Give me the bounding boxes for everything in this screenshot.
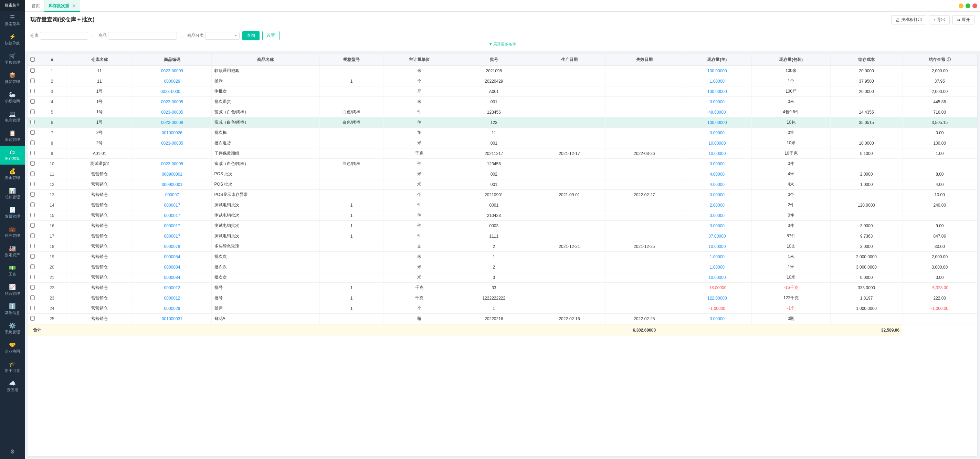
- row-checkbox[interactable]: [30, 68, 35, 73]
- row-qty-link[interactable]: 122.00000: [707, 296, 727, 301]
- maximize-button[interactable]: [966, 3, 970, 8]
- sidebar-item-finance[interactable]: 💰 资金管理: [0, 164, 25, 184]
- sidebar-item-cloud[interactable]: ☁️ 云应用: [0, 377, 25, 396]
- row-checkbox[interactable]: [30, 202, 35, 207]
- row-qty-link[interactable]: 10.00000: [708, 141, 725, 146]
- row-code-link[interactable]: 001000031: [162, 316, 183, 321]
- row-code-link[interactable]: 0000029: [164, 79, 180, 84]
- row-qty-link[interactable]: 10.00000: [708, 244, 725, 249]
- category-select[interactable]: [205, 32, 240, 40]
- row-qty-link[interactable]: 0.00000: [710, 161, 725, 166]
- sidebar-item-ecommerce[interactable]: 🦢 小鹅电商: [0, 88, 25, 107]
- sidebar-item-ecom-mgr[interactable]: 💻 电商管理: [0, 107, 25, 126]
- row-qty-link[interactable]: 1.00000: [710, 255, 725, 259]
- row-code-link[interactable]: 001000026: [162, 131, 183, 135]
- close-button[interactable]: [972, 3, 977, 8]
- row-code-link[interactable]: 0023-0000...: [161, 89, 183, 94]
- row-checkbox[interactable]: [30, 295, 35, 300]
- expand-button[interactable]: ⇔ 展开: [953, 15, 975, 24]
- row-code-link[interactable]: 0000078: [164, 244, 180, 249]
- row-qty-link[interactable]: 87.00000: [708, 234, 725, 239]
- sidebar-item-quicknav[interactable]: ⚡ 快捷导航: [0, 30, 25, 49]
- sidebar-item-purchase[interactable]: 📋 采购管理: [0, 126, 25, 146]
- sidebar-item-search[interactable]: ☰ 搜索菜单: [0, 11, 25, 30]
- row-code-link[interactable]: 0023-00005: [161, 141, 183, 146]
- warehouse-input[interactable]: [40, 32, 88, 40]
- sidebar-item-assets[interactable]: 🏭 固定资产: [0, 242, 25, 261]
- row-checkbox[interactable]: [30, 275, 35, 279]
- row-code-link[interactable]: 0023-00008: [161, 120, 183, 125]
- row-code-link[interactable]: 0000084: [164, 265, 180, 269]
- print-button[interactable]: 🖨 按模板打印: [891, 15, 926, 24]
- row-qty-link[interactable]: 100.00000: [707, 89, 727, 94]
- row-qty-link[interactable]: 3.00000: [710, 223, 725, 228]
- row-checkbox[interactable]: [30, 120, 35, 124]
- row-code-link[interactable]: 0000017: [164, 223, 180, 228]
- row-qty-link[interactable]: 49.60000: [708, 110, 725, 115]
- row-checkbox[interactable]: [30, 130, 35, 135]
- tab-home[interactable]: 首页: [27, 0, 45, 12]
- row-code-link[interactable]: 0023-00005: [161, 110, 183, 115]
- row-checkbox[interactable]: [30, 172, 35, 176]
- row-checkbox[interactable]: [30, 192, 35, 197]
- row-checkbox[interactable]: [30, 223, 35, 228]
- row-qty-link[interactable]: 2.00000: [710, 203, 725, 208]
- row-checkbox[interactable]: [30, 140, 35, 145]
- sidebar-item-collab[interactable]: 🤝 企业协同: [0, 338, 25, 357]
- row-qty-link[interactable]: 0.00000: [710, 213, 725, 218]
- sidebar-item-guide[interactable]: 🎓 新手引导: [0, 357, 25, 377]
- row-qty-link[interactable]: 0.00000: [710, 193, 725, 197]
- row-code-link[interactable]: 0000017: [164, 203, 180, 208]
- row-qty-link[interactable]: 4.00000: [710, 172, 725, 177]
- row-checkbox[interactable]: [30, 99, 35, 104]
- row-code-link[interactable]: 0023-00009: [161, 69, 183, 73]
- row-checkbox[interactable]: [30, 254, 35, 258]
- tab-close-button[interactable]: ✕: [72, 3, 76, 8]
- row-qty-link[interactable]: -16.00000: [708, 285, 726, 290]
- table-settings-button[interactable]: 设置: [262, 31, 280, 40]
- row-qty-link[interactable]: 0.00000: [710, 99, 725, 104]
- row-qty-link[interactable]: 100.00000: [707, 120, 727, 125]
- expand-conditions[interactable]: ▼ 展开更多条件: [30, 40, 975, 48]
- row-code-link[interactable]: 0000012: [164, 296, 180, 301]
- sidebar-item-invoice[interactable]: 🧾 发票管理: [0, 203, 25, 222]
- row-checkbox[interactable]: [30, 244, 35, 248]
- row-checkbox[interactable]: [30, 110, 35, 114]
- row-code-link[interactable]: 0000029: [164, 306, 180, 311]
- row-qty-link[interactable]: 4.00000: [710, 182, 725, 187]
- row-checkbox[interactable]: [30, 182, 35, 186]
- row-code-link[interactable]: 000900001: [162, 182, 183, 187]
- sidebar-item-retail[interactable]: 🛒 零售管理: [0, 49, 25, 69]
- row-checkbox[interactable]: [30, 213, 35, 217]
- sidebar-item-ledger[interactable]: 📊 总账管理: [0, 184, 25, 203]
- row-qty-link[interactable]: 10.00000: [708, 275, 725, 280]
- sidebar-item-wholesale[interactable]: 📦 批发管理: [0, 69, 25, 88]
- row-qty-link[interactable]: 1.00000: [710, 79, 725, 84]
- tab-inventory-batch[interactable]: 库存批次重 ✕: [45, 0, 80, 12]
- row-checkbox[interactable]: [30, 89, 35, 93]
- row-checkbox[interactable]: [30, 306, 35, 310]
- row-code-link[interactable]: 0023-00005: [161, 99, 183, 104]
- sidebar-item-system[interactable]: ⚙️ 系统管理: [0, 319, 25, 338]
- row-code-link[interactable]: 0000084: [164, 255, 180, 259]
- sidebar-item-inventory[interactable]: 🗂 库存核算: [0, 146, 25, 164]
- export-button[interactable]: ↑ 导出: [929, 15, 950, 24]
- row-qty-link[interactable]: 100.00000: [707, 69, 727, 73]
- sidebar-item-operations[interactable]: 📈 经营管理: [0, 280, 25, 300]
- row-qty-link[interactable]: 0.00000: [710, 316, 725, 321]
- row-code-link[interactable]: 0023-00008: [161, 161, 183, 166]
- row-checkbox[interactable]: [30, 265, 35, 269]
- row-qty-link[interactable]: 10.00000: [708, 151, 725, 156]
- row-checkbox[interactable]: [30, 151, 35, 155]
- row-code-link[interactable]: 0000017: [164, 213, 180, 218]
- row-code-link[interactable]: 0000084: [164, 275, 180, 280]
- select-all-checkbox[interactable]: [30, 57, 35, 62]
- minimize-button[interactable]: [959, 3, 964, 8]
- sidebar-logo[interactable]: 搜索菜单: [0, 0, 25, 11]
- search-button[interactable]: 查询: [242, 31, 259, 40]
- row-qty-link[interactable]: -1.00000: [709, 306, 725, 311]
- row-code-link[interactable]: 000900001: [162, 172, 183, 177]
- row-checkbox[interactable]: [30, 78, 35, 83]
- row-checkbox[interactable]: [30, 285, 35, 290]
- row-qty-link[interactable]: 1.00000: [710, 265, 725, 269]
